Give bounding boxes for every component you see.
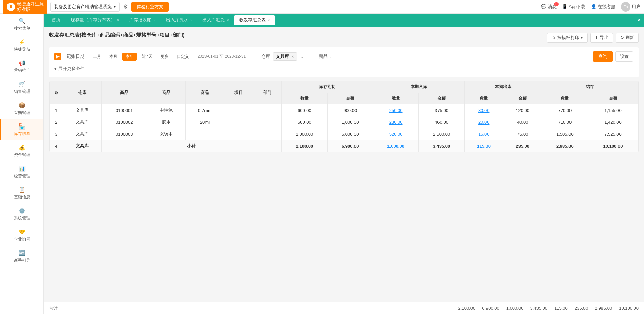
subtotal-in-qty[interactable]: 1,000.00 bbox=[373, 140, 418, 152]
table-container: ⚙ 仓库 商品 商品 商品 项目 部门 库存期初 本期入库 本期出库 结存 bbox=[49, 81, 639, 152]
sidebar-item-sales[interactable]: 🛒 销售管理 bbox=[0, 77, 43, 98]
date-btn-this-month[interactable]: 本月 bbox=[106, 53, 120, 61]
sidebar-item-inventory[interactable]: 🏪 库存核算 bbox=[0, 119, 43, 140]
total-open-qty: 2,100.00 bbox=[458, 305, 476, 311]
system-name-text: 装备及固定资产辅助管理系统 bbox=[54, 4, 112, 10]
print-button[interactable]: 🖨 按模板打印 ▾ bbox=[547, 33, 588, 43]
message-action[interactable]: 💬 消息 6 bbox=[541, 4, 557, 10]
user-action[interactable]: Ea 用户 bbox=[621, 2, 641, 12]
col-open-amt: 金额 bbox=[327, 93, 373, 104]
subtotal-close-qty: 2,985.00 bbox=[542, 140, 588, 152]
sidebar-item-basic-info[interactable]: 📋 基础信息 bbox=[0, 182, 43, 203]
row3-goods-spec bbox=[185, 128, 224, 140]
tab-inout-summary[interactable]: 出入库汇总 × bbox=[198, 15, 233, 25]
row3-goods-name: 采访本 bbox=[147, 128, 185, 140]
expand-more-conditions[interactable]: ▾ 展开更多条件 bbox=[54, 64, 633, 73]
sidebar-item-system[interactable]: ⚙️ 系统管理 bbox=[0, 203, 43, 225]
total-in-amt: 3,435.00 bbox=[530, 305, 547, 311]
row3-out-qty[interactable]: 15.00 bbox=[464, 128, 503, 140]
sidebar-item-quick-nav[interactable]: ⚡ 快捷导航 bbox=[0, 35, 43, 56]
row3-goods-code: 0100003 bbox=[101, 128, 147, 140]
date-btn-custom[interactable]: 自定义 bbox=[174, 53, 192, 61]
sidebar: 🔍 搜索菜单 ⚡ 快捷导航 📢 营销推广 🛒 销售管理 📦 采购管理 🏪 库存核… bbox=[0, 14, 44, 314]
tab-inventory-dist[interactable]: 现存量（库存分布表） × bbox=[66, 15, 124, 25]
tab-inout-summary-close[interactable]: × bbox=[227, 18, 229, 22]
export-icon: ⬇ bbox=[595, 35, 598, 40]
row3-in-qty[interactable]: 520.00 bbox=[373, 128, 418, 140]
subtotal-open-qty: 2,100.00 bbox=[282, 140, 327, 152]
tab-home[interactable]: 首页 bbox=[47, 15, 65, 25]
row3-no: 3 bbox=[50, 128, 63, 140]
tab-receive-send-summary-close[interactable]: × bbox=[268, 18, 270, 22]
col-group-closing: 结存 bbox=[542, 81, 638, 93]
goods-more-btn[interactable]: ... bbox=[330, 54, 334, 59]
row1-out-qty[interactable]: 80.00 bbox=[464, 104, 503, 116]
date-btn-more[interactable]: 更多 bbox=[158, 53, 172, 61]
col-in-qty: 数量 bbox=[373, 93, 418, 104]
subtotal-no: 4 bbox=[50, 140, 63, 152]
date-btn-last-month[interactable]: 上月 bbox=[90, 53, 104, 61]
row3-in-amt: 2,600.00 bbox=[419, 128, 464, 140]
table-row: 2 文具库 0100002 胶水 20ml 500.00 1,000.00 23… bbox=[50, 116, 638, 128]
tab-receive-send-summary[interactable]: 收发存汇总表 × bbox=[234, 15, 275, 25]
online-service-action[interactable]: 👤 在线客服 bbox=[591, 4, 615, 10]
tab-inout-flow[interactable]: 出入库流水 × bbox=[161, 15, 197, 25]
subtotal-out-qty[interactable]: 115.00 bbox=[464, 140, 503, 152]
row1-close-amt: 1,155.00 bbox=[588, 104, 638, 116]
subtotal-open-amt: 6,900.00 bbox=[327, 140, 373, 152]
row3-project bbox=[224, 128, 253, 140]
sidebar-item-marketing[interactable]: 📢 营销推广 bbox=[0, 56, 43, 77]
settings-icon[interactable]: ⚙ bbox=[123, 3, 128, 10]
date-btn-7days[interactable]: 近7天 bbox=[139, 53, 155, 61]
row2-goods-name: 胶水 bbox=[147, 116, 185, 128]
header-right: 💬 消息 6 📱 App下载 👤 在线客服 Ea 用户 bbox=[541, 2, 641, 12]
col-out-amt: 金额 bbox=[503, 93, 542, 104]
sidebar-item-finance[interactable]: 💰 资金管理 bbox=[0, 140, 43, 161]
expand-more-icon: ▾ bbox=[54, 66, 57, 71]
row3-open-qty: 1,000.00 bbox=[282, 128, 327, 140]
row2-in-qty[interactable]: 230.00 bbox=[373, 116, 418, 128]
filter-panel: ▶ 记账日期 上月 本月 本年 近7天 更多 自定义 2023-01-01 至 … bbox=[49, 47, 639, 77]
sidebar-item-search[interactable]: 🔍 搜索菜单 bbox=[0, 14, 43, 35]
print-dropdown-icon: ▾ bbox=[581, 35, 583, 40]
warehouse-more-btn[interactable]: ... bbox=[300, 54, 303, 59]
basic-info-icon: 📋 bbox=[19, 186, 26, 193]
query-button[interactable]: 查询 bbox=[593, 51, 613, 62]
filter-expand-btn[interactable]: ▶ bbox=[54, 53, 61, 60]
tab-batch-ledger[interactable]: 库存批次账 × bbox=[125, 15, 160, 25]
guide-icon: 🆕 bbox=[19, 250, 26, 256]
tab-batch-ledger-close[interactable]: × bbox=[153, 18, 155, 22]
operation-icon: 📊 bbox=[19, 165, 26, 172]
row1-in-qty[interactable]: 250.00 bbox=[373, 104, 418, 116]
trial-button[interactable]: 体验行业方案 bbox=[131, 2, 169, 12]
col-settings[interactable]: ⚙ bbox=[50, 81, 63, 104]
sidebar-item-guide[interactable]: 🆕 新手引导 bbox=[0, 246, 43, 267]
sidebar-item-operation[interactable]: 📊 经营管理 bbox=[0, 161, 43, 182]
expand-arrow-icon: ▶ bbox=[56, 54, 60, 59]
date-label: 记账日期 bbox=[67, 53, 84, 60]
data-table: ⚙ 仓库 商品 商品 商品 项目 部门 库存期初 本期入库 本期出库 结存 bbox=[49, 81, 638, 152]
total-label: 合计 bbox=[49, 305, 58, 311]
message-badge: 6 bbox=[554, 2, 559, 6]
row3-out-amt: 75.00 bbox=[503, 128, 542, 140]
export-button[interactable]: ⬇ 导出 bbox=[590, 33, 613, 43]
sidebar-item-purchase[interactable]: 📦 采购管理 bbox=[0, 98, 43, 119]
setting-button[interactable]: 设置 bbox=[615, 51, 633, 62]
system-name-selector[interactable]: 装备及固定资产辅助管理系统 ▾ bbox=[50, 2, 120, 12]
refresh-button[interactable]: ↻ 刷新 bbox=[616, 33, 639, 43]
sidebar-item-enterprise[interactable]: 🤝 企业协同 bbox=[0, 225, 43, 246]
logo-icon: 6 bbox=[7, 3, 15, 11]
col-close-qty: 数量 bbox=[542, 93, 588, 104]
tab-inventory-dist-close[interactable]: × bbox=[117, 18, 119, 22]
row3-close-amt: 7,525.00 bbox=[588, 128, 638, 140]
warehouse-tag: 文具库 × bbox=[273, 52, 297, 61]
warehouse-tag-close[interactable]: × bbox=[291, 54, 294, 59]
date-btn-this-year[interactable]: 本年 bbox=[122, 53, 137, 61]
table-row: 1 文具库 0100001 中性笔 0.7mm 600.00 900.00 25… bbox=[50, 104, 638, 116]
app-download-action[interactable]: 📱 App下载 bbox=[562, 4, 585, 10]
service-icon: 👤 bbox=[591, 4, 596, 9]
tab-bar-close-btn[interactable]: × bbox=[638, 17, 641, 23]
tab-inout-flow-close[interactable]: × bbox=[190, 18, 192, 22]
row2-out-qty[interactable]: 20.00 bbox=[464, 116, 503, 128]
warehouse-tag-text: 文具库 bbox=[276, 53, 289, 60]
